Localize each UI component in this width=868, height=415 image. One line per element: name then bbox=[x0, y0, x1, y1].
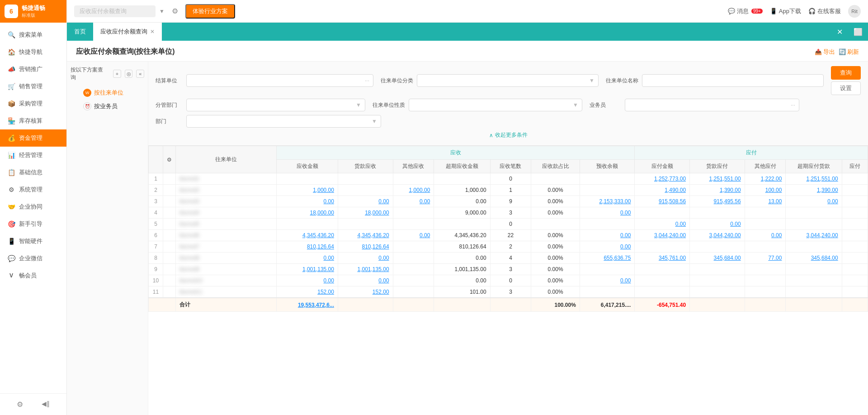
filter-panel: 按以下方案查询 + ◎ « W 按往来单位 ⏰ 按业务员 bbox=[67, 62, 148, 415]
sidebar-item-finance[interactable]: 💰 资金管理 bbox=[0, 129, 66, 147]
sidebar-item-hardware[interactable]: 📱 智能硬件 bbox=[0, 233, 66, 250]
collapse-button[interactable]: ∧ 收起更多条件 bbox=[156, 129, 861, 141]
query-button[interactable]: 查询 bbox=[831, 66, 861, 80]
sidebar-item-basic[interactable]: 📋 基础信息 bbox=[0, 164, 66, 181]
tab-home[interactable]: 首页 bbox=[67, 23, 93, 41]
topbar-user[interactable]: Rit bbox=[848, 5, 861, 18]
sidebar-item-guide[interactable]: 🎯 新手引导 bbox=[0, 215, 66, 233]
row-advance-balance-8 bbox=[580, 264, 635, 275]
sales-icon: 🛒 bbox=[7, 82, 15, 91]
row-loan-payable-7: 345,684.00 bbox=[690, 253, 745, 264]
setting-button[interactable]: 设置 bbox=[831, 81, 861, 95]
topbar-online-service[interactable]: 🎧 在线客服 bbox=[808, 7, 841, 15]
row-receivable-ratio-10: 0.00% bbox=[531, 286, 580, 298]
row-partner-9: blurred10 bbox=[176, 275, 277, 286]
sidebar-item-marketing[interactable]: 📣 营销推广 bbox=[0, 61, 66, 78]
refresh-icon: 🔄 bbox=[839, 48, 846, 55]
settlement-unit-input[interactable]: ··· bbox=[186, 74, 373, 87]
row-payable-amount-6 bbox=[635, 241, 690, 253]
row-loan-payable-2: 915,495.56 bbox=[690, 196, 745, 207]
sidebar-item-wechat[interactable]: 💬 企业微信 bbox=[0, 250, 66, 267]
row-loan-payable-8 bbox=[690, 264, 745, 275]
sidebar-item-search[interactable]: 🔍 搜索菜单 bbox=[0, 26, 66, 43]
filter-partner-nature: 往来单位性质 ▼ bbox=[373, 99, 582, 111]
sidebar-menu: 🔍 搜索菜单 🏠 快捷导航 📣 营销推广 🛒 销售管理 📦 采购管理 🏪 bbox=[0, 23, 66, 393]
partner-nature-label: 往来单位性质 bbox=[373, 101, 405, 109]
sidebar-settings-icon[interactable]: ⚙ bbox=[17, 400, 23, 409]
refresh-button[interactable]: 🔄 刷新 bbox=[839, 48, 859, 56]
sidebar-item-enterprise[interactable]: 🤝 企业协同 bbox=[0, 198, 66, 215]
row-other-payable-1: 100.00 bbox=[745, 185, 786, 196]
logo-icon: 6 bbox=[5, 5, 18, 18]
export-button[interactable]: 📤 导出 bbox=[815, 48, 835, 56]
row-other-payable-5: 0.00 bbox=[745, 230, 786, 241]
promo-button[interactable]: 体验行业方案 bbox=[185, 4, 235, 19]
dept-manager-input[interactable]: ▼ bbox=[186, 99, 365, 111]
sidebar-collapse-icon[interactable]: ◀‖ bbox=[42, 400, 50, 409]
tab-query[interactable]: 应收应付余额查询 ✕ bbox=[93, 23, 162, 41]
row-receivable-amount-7: 0.00 bbox=[277, 253, 338, 264]
sidebar-item-system[interactable]: ⚙ 系统管理 bbox=[0, 181, 66, 198]
row-loan-payable-6 bbox=[690, 241, 745, 253]
filter-row-1: 结算单位 ··· 往来单位分类 ▼ bbox=[156, 66, 861, 95]
row-overdue-amount-8: 1,001,135.00 bbox=[434, 264, 490, 275]
row-receivable-amount-1: 1,000.00 bbox=[277, 185, 338, 196]
row-partner-6: blurred7 bbox=[176, 241, 277, 253]
row-loan-receivable-1 bbox=[338, 185, 393, 196]
tab-maximize-icon[interactable]: ⬜ bbox=[848, 28, 868, 36]
sidebar-item-operation[interactable]: 📊 经营管理 bbox=[0, 147, 66, 164]
sidebar-item-member[interactable]: V 畅会员 bbox=[0, 267, 66, 284]
row-receivable-ratio-2: 0.00% bbox=[531, 196, 580, 207]
row-num-5: 6 bbox=[149, 230, 163, 241]
footer-payable-more bbox=[842, 298, 868, 312]
sidebar-item-sales[interactable]: 🛒 销售管理 bbox=[0, 78, 66, 95]
table-row: 3 blurred3 0.00 0.00 0.00 0.00 9 0.00% 2… bbox=[149, 196, 868, 207]
sidebar-item-shortcut[interactable]: 🏠 快捷导航 bbox=[0, 43, 66, 61]
sidebar-item-inventory[interactable]: 🏪 库存核算 bbox=[0, 112, 66, 129]
partner-name-input[interactable] bbox=[642, 74, 824, 87]
row-other-payable-7: 77.00 bbox=[745, 253, 786, 264]
row-other-receivable-8 bbox=[393, 264, 434, 275]
salesman-input[interactable]: ··· bbox=[625, 99, 799, 111]
row-other-receivable-10 bbox=[393, 286, 434, 298]
tab-close-window-icon[interactable]: ✕ bbox=[831, 28, 848, 36]
row-payable-amount-10 bbox=[635, 286, 690, 298]
filter-option-by-partner[interactable]: W 按往来单位 bbox=[80, 87, 144, 99]
partner-category-input[interactable]: ▼ bbox=[417, 74, 599, 87]
inventory-icon: 🏪 bbox=[7, 117, 15, 125]
row-num-2: 3 bbox=[149, 196, 163, 207]
row-overdue-amount-0 bbox=[434, 173, 490, 185]
topbar-gear-icon[interactable]: ⚙ bbox=[172, 7, 178, 15]
filter-back-icon[interactable]: « bbox=[136, 70, 144, 78]
filter-option-by-staff[interactable]: ⏰ 按业务员 bbox=[80, 100, 144, 112]
row-overdue-amount-9: 0.00 bbox=[434, 275, 490, 286]
row-loan-receivable-2: 0.00 bbox=[338, 196, 393, 207]
table-row: 7 blurred7 810,126.64 810,126.64 810,126… bbox=[149, 241, 868, 253]
filter-target-icon[interactable]: ◎ bbox=[125, 70, 133, 78]
table-row: 5 blurred5 0 0.00 0.00 bbox=[149, 219, 868, 230]
row-overdue-amount-10: 101.00 bbox=[434, 286, 490, 298]
topbar-messages[interactable]: 💬 消息 99+ bbox=[728, 7, 763, 15]
logo-subtitle: 标准版 bbox=[22, 12, 45, 19]
partner-nature-input[interactable]: ▼ bbox=[409, 99, 582, 111]
filter-add-icon[interactable]: + bbox=[113, 70, 121, 78]
row-partner-2: blurred3 bbox=[176, 196, 277, 207]
row-receivable-ratio-5: 0.00% bbox=[531, 230, 580, 241]
col-settings-header[interactable]: ⚙ bbox=[163, 146, 176, 173]
filter-partner-name: 往来单位名称 bbox=[606, 74, 824, 87]
table-settings-icon[interactable]: ⚙ bbox=[167, 157, 172, 163]
footer-other-payable bbox=[745, 298, 786, 312]
topbar-app-download[interactable]: 📱 App下载 bbox=[770, 7, 801, 15]
right-content: 结算单位 ··· 往来单位分类 ▼ bbox=[148, 62, 868, 415]
department-input[interactable]: ▼ bbox=[186, 115, 381, 128]
footer-receivable-count bbox=[490, 298, 531, 312]
row-other-payable-8 bbox=[745, 264, 786, 275]
row-partner-1: blurred2 bbox=[176, 185, 277, 196]
collapse-icon: ∧ bbox=[489, 132, 493, 138]
page-header: 应收应付余额查询(按往来单位) 📤 导出 🔄 刷新 bbox=[67, 41, 868, 62]
sidebar: 6 畅捷通畅 标准版 🔍 搜索菜单 🏠 快捷导航 📣 营销推广 🛒 销售管理 bbox=[0, 0, 67, 415]
sidebar-item-purchase[interactable]: 📦 采购管理 bbox=[0, 95, 66, 112]
tab-close-icon[interactable]: ✕ bbox=[150, 29, 155, 35]
row-receivable-ratio-8: 0.00% bbox=[531, 264, 580, 275]
topbar-dropdown-icon[interactable]: ▼ bbox=[159, 8, 165, 14]
